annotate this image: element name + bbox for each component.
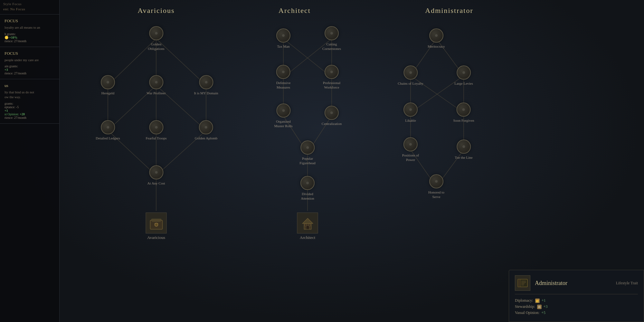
perk-centralization[interactable]: Centralization xyxy=(322,106,342,126)
svg-point-34 xyxy=(155,223,158,226)
focus-title-1: FOCUS xyxy=(5,18,55,24)
perk-war-profiteer[interactable]: War Profiteer xyxy=(147,75,166,95)
perk-soon-forgiven[interactable]: Soon Forgiven xyxy=(453,102,474,123)
perk-professional-workforce[interactable]: ProfessionalWorkforce xyxy=(323,65,340,90)
col-header-architect: Architect xyxy=(259,6,330,15)
col-header-avaricious: Avaricious xyxy=(124,6,188,15)
perk-honored-to-serve[interactable]: Honored toServe xyxy=(428,174,444,199)
perk-popular-figurehead[interactable]: PopularFigurehead xyxy=(299,140,315,166)
current-focus-label: ent: No Focus xyxy=(3,7,56,11)
lifestyle-avaricious-label: Avaricious xyxy=(147,235,165,240)
focus-desc-1: loyalty are all means to an xyxy=(5,25,55,30)
sidebar-item-1[interactable]: FOCUS loyalty are all means to an h gran… xyxy=(0,14,59,47)
tooltip-title: Administrator xyxy=(535,280,611,287)
tooltip-stat-diplomacy: Diplomacy: 👑 +1 xyxy=(515,298,638,303)
perk-detailed-ledgers[interactable]: Detailed Ledgers xyxy=(96,120,120,140)
tooltip-panel: Administrator Lifestyle Trait Diplomacy:… xyxy=(509,270,644,322)
perk-toe-the-line[interactable]: Toe the Line xyxy=(455,139,472,160)
perk-golden-aplomb[interactable]: Golden Aplomb xyxy=(195,120,218,140)
focus-grants-3: grants: eptance: -5 +1 st Opinion: +20 r… xyxy=(5,102,55,119)
perk-likable[interactable]: Likable xyxy=(403,102,418,123)
focus-desc-3: lty that bind us do notow the way. xyxy=(5,90,55,99)
perk-defensive-measures[interactable]: DefensiveMeasures xyxy=(276,65,291,90)
focus-title-2: FOCUS xyxy=(5,51,55,56)
col-header-administrator: Administrator xyxy=(411,6,488,15)
sidebar-item-2[interactable]: FOCUS people under my care are ain grant… xyxy=(0,47,59,80)
tooltip-icon xyxy=(515,275,530,291)
focus-grants-2: ain grants: +3 rience: 27/month xyxy=(5,64,55,75)
focus-desc-2: people under my care are xyxy=(5,58,55,63)
lifestyle-architect-label: Architect xyxy=(300,235,315,240)
perk-divided-attention[interactable]: DividedAttention xyxy=(300,176,315,201)
perk-golden-obligations[interactable]: GoldenObligations xyxy=(148,26,164,51)
focus-grants-1: h grants: 🪙 +10% rience: 27/month xyxy=(5,32,55,43)
perk-positions-of-power[interactable]: Positions ofPower xyxy=(402,137,419,162)
perk-chains-of-loyalty[interactable]: Chains of Loyalty xyxy=(398,65,423,86)
svg-marker-36 xyxy=(302,218,313,223)
tree-area: Avaricious Architect Administrator .conn… xyxy=(60,0,644,322)
focus-title-3: us xyxy=(5,83,55,88)
lifestyle-avaricious-icon[interactable]: Avaricious xyxy=(146,213,167,240)
lifestyle-architect-icon[interactable]: Architect xyxy=(297,213,318,240)
sidebar: Style Focus ent: No Focus FOCUS loyalty … xyxy=(0,0,60,322)
style-focus-label: Style Focus xyxy=(3,2,56,6)
tooltip-type: Lifestyle Trait xyxy=(616,281,638,286)
perk-cutting-cornerstones[interactable]: CuttingCornerstones xyxy=(322,26,341,51)
svg-rect-33 xyxy=(151,219,161,221)
tooltip-header: Administrator Lifestyle Trait xyxy=(515,275,638,294)
svg-rect-39 xyxy=(308,224,310,226)
sidebar-item-3[interactable]: us lty that bind us do notow the way. gr… xyxy=(0,79,59,123)
svg-rect-38 xyxy=(305,224,307,226)
perk-heregeld[interactable]: Heregeld xyxy=(101,75,115,95)
perk-fearful-troops[interactable]: Fearful Troops xyxy=(146,120,166,140)
svg-rect-41 xyxy=(518,279,520,287)
perk-tax-man[interactable]: Tax Man xyxy=(276,28,290,49)
perk-it-is-my-domain[interactable]: It is MY Domain xyxy=(194,75,218,95)
perk-organized-muster-rolls[interactable]: OrganizedMuster Rolls xyxy=(274,103,292,128)
tooltip-stat-vassal-opinion: Vassal Opinion: +5 xyxy=(515,310,638,315)
perk-meritocracy[interactable]: Meritocracy xyxy=(428,28,445,49)
perk-at-any-cost[interactable]: At Any Cost xyxy=(147,165,165,185)
perk-large-levies[interactable]: Large Levies xyxy=(454,65,473,86)
tooltip-stat-stewardship: Stewardship: ⚖ +3 xyxy=(515,304,638,309)
